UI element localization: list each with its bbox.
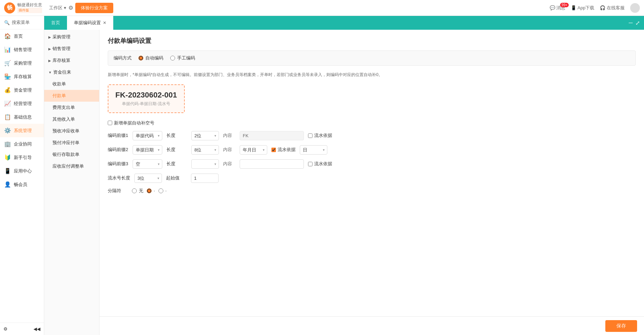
collapsed-arrow-icon: ▶ bbox=[48, 47, 51, 51]
save-bar: 保存 bbox=[99, 316, 644, 335]
operation-icon: 📈 bbox=[4, 100, 11, 107]
separator-dot-option[interactable]: · bbox=[147, 188, 155, 193]
length-1-label: 长度 bbox=[166, 132, 187, 139]
sub-menu-item-adjustment[interactable]: 应收应付调整单 bbox=[44, 160, 99, 172]
content-area: ▶ 采购管理 ▶ 销售管理 ▶ 库存核算 bbox=[44, 30, 644, 335]
sidebar-item-home[interactable]: 🏠 首页 bbox=[0, 29, 44, 43]
save-button[interactable]: 保存 bbox=[605, 320, 637, 332]
length-2-select[interactable]: 2位 4位 8位 bbox=[191, 145, 219, 155]
start-value-label: 起始值 bbox=[166, 175, 187, 181]
sidebar-item-operation[interactable]: 📈 经营管理 bbox=[0, 97, 44, 110]
code-preview-value: FK-20230602-001 bbox=[115, 91, 177, 100]
settings-icon[interactable]: ⚙ bbox=[68, 4, 73, 11]
minimize-icon[interactable]: ─ bbox=[629, 20, 633, 26]
sub-menu-item-other-income[interactable]: 其他收入单 bbox=[44, 113, 99, 125]
prefix-2-select[interactable]: 单据代码 单据日期 空 bbox=[133, 145, 162, 155]
waterflow-2-checkbox[interactable]: 流水依据 bbox=[271, 147, 296, 153]
prefix-3-select-wrapper: 单据代码 单据日期 空 bbox=[133, 159, 162, 169]
sub-menu-group-inventory: ▶ 库存核算 bbox=[44, 55, 99, 66]
avatar[interactable] bbox=[630, 3, 640, 13]
logo-tag: 插件版 bbox=[17, 8, 42, 13]
sub-menu-header-inventory[interactable]: ▶ 库存核算 bbox=[44, 55, 99, 66]
sidebar: 🔍 搜索菜单 🏠 首页 📊 销售管理 🛒 采购管理 🏪 库存核算 💰 bbox=[0, 16, 44, 335]
prefix-2-select-wrapper: 单据代码 单据日期 空 bbox=[133, 145, 162, 155]
code-preview-label: 单据代码-单据日期-流水号 bbox=[115, 101, 177, 107]
maximize-icon[interactable]: ⤢ bbox=[635, 20, 640, 26]
sidebar-item-finance[interactable]: 💰 资金管理 bbox=[0, 83, 44, 97]
sub-menu-item-expense[interactable]: 费用支出单 bbox=[44, 102, 99, 113]
prefix-3-select[interactable]: 单据代码 单据日期 空 bbox=[133, 159, 162, 169]
trial-button[interactable]: 体验行业方案 bbox=[75, 3, 113, 13]
search-menu-button[interactable]: 🔍 搜索菜单 bbox=[0, 16, 44, 29]
waterflow-period-select[interactable]: 日 月 年 bbox=[300, 145, 327, 155]
logo-icon: 畅 bbox=[4, 2, 15, 13]
prefix-1-select-wrapper: 单据代码 单据日期 空 bbox=[133, 131, 162, 140]
sub-menu-header-sales[interactable]: ▶ 销售管理 bbox=[44, 43, 99, 55]
sidebar-item-apps[interactable]: 📱 应用中心 bbox=[0, 164, 44, 178]
top-header: 畅 畅捷通好生意 插件版 工作区 ▾ ⚙ 体验行业方案 💬 消息 99+ 📱 A… bbox=[0, 0, 644, 16]
prefix-3-label: 编码前缀3 bbox=[108, 161, 128, 167]
auto-fill-checkbox[interactable]: 新增单据自动补空号 bbox=[108, 120, 154, 126]
inventory-icon: 🏪 bbox=[4, 73, 11, 80]
sidebar-item-basic[interactable]: 📋 基础信息 bbox=[0, 110, 44, 124]
length-1-select[interactable]: 2位 4位 8位 bbox=[191, 131, 219, 140]
sidebar-item-member[interactable]: 👤 畅会员 bbox=[0, 178, 44, 191]
sidebar-item-enterprise[interactable]: 🏢 企业协同 bbox=[0, 137, 44, 151]
sub-menu-group-capital: ▼ 资金往来 收款单 付款单 费用支出单 其他收入单 预收冲应收单 预付冲应付单… bbox=[44, 66, 99, 172]
tab-home[interactable]: 首页 bbox=[44, 16, 67, 30]
prefix-1-select[interactable]: 单据代码 单据日期 空 bbox=[133, 131, 162, 140]
page-title: 付款单编码设置 bbox=[108, 37, 636, 45]
purchase-icon: 🛒 bbox=[4, 60, 11, 66]
sub-menu-group-purchase: ▶ 采购管理 bbox=[44, 31, 99, 43]
separator-none-option[interactable]: 无 bbox=[132, 188, 143, 194]
content-3-label: 内容 bbox=[223, 161, 236, 167]
sub-menu-header-purchase[interactable]: ▶ 采购管理 bbox=[44, 31, 99, 43]
workspace-dropdown[interactable]: 工作区 ▾ bbox=[49, 5, 66, 11]
serial-length-select[interactable]: 2位 3位 4位 bbox=[134, 174, 162, 183]
sub-menu-item-receipt[interactable]: 收款单 bbox=[44, 78, 99, 90]
encode-method-label: 编码方式 bbox=[114, 55, 132, 61]
auto-encode-option[interactable]: 自动编码 bbox=[138, 55, 163, 61]
tab-bar: 首页 单据编码设置 ✕ ─ ⤢ bbox=[44, 16, 644, 30]
start-value-input[interactable] bbox=[191, 174, 219, 183]
encode-method-section: 编码方式 自动编码 手工编码 bbox=[108, 50, 636, 66]
home-icon: 🏠 bbox=[4, 33, 11, 39]
sub-menu-header-capital[interactable]: ▼ 资金往来 bbox=[44, 66, 99, 78]
manual-encode-option[interactable]: 手工编码 bbox=[170, 55, 195, 61]
content-3-input[interactable] bbox=[240, 159, 304, 169]
length-1-select-wrapper: 2位 4位 8位 bbox=[191, 131, 219, 140]
length-3-label: 长度 bbox=[166, 161, 187, 167]
content-2-select[interactable]: 年 年月 年月日 bbox=[240, 145, 267, 155]
sidebar-item-inventory[interactable]: 🏪 库存核算 bbox=[0, 70, 44, 83]
prefix-row-1: 编码前缀1 单据代码 单据日期 空 长度 2位 bbox=[108, 131, 636, 140]
online-service-button[interactable]: 🎧 在线客服 bbox=[600, 5, 625, 11]
header-right: 💬 消息 99+ 📱 App下载 🎧 在线客服 bbox=[550, 3, 640, 13]
waterflow-1-checkbox[interactable]: 流水依据 bbox=[308, 132, 332, 139]
app-download-button[interactable]: 📱 App下载 bbox=[571, 5, 594, 11]
waterflow-period-select-wrapper: 日 月 年 bbox=[300, 145, 327, 155]
sidebar-menu: 🏠 首页 📊 销售管理 🛒 采购管理 🏪 库存核算 💰 资金管理 📈 经 bbox=[0, 29, 44, 323]
tab-encode-settings[interactable]: 单据编码设置 ✕ bbox=[67, 16, 113, 30]
length-2-select-wrapper: 2位 4位 8位 bbox=[191, 145, 219, 155]
sidebar-item-purchase[interactable]: 🛒 采购管理 bbox=[0, 56, 44, 70]
sub-menu-item-advance-offset[interactable]: 预付冲应付单 bbox=[44, 137, 99, 149]
waterflow-3-checkbox[interactable]: 流水依据 bbox=[308, 161, 332, 167]
sidebar-item-system[interactable]: ⚙️ 系统管理 bbox=[0, 124, 44, 137]
sidebar-item-sales[interactable]: 📊 销售管理 bbox=[0, 43, 44, 56]
chevron-down-icon: ▾ bbox=[64, 5, 66, 10]
separator-row: 分隔符 无 · · bbox=[108, 188, 636, 194]
tab-bar-actions: ─ ⤢ bbox=[629, 20, 644, 26]
sub-menu-item-payment[interactable]: 付款单 bbox=[44, 90, 99, 102]
message-button[interactable]: 💬 消息 99+ bbox=[550, 5, 566, 11]
separator-dot2-option[interactable]: · bbox=[158, 188, 167, 193]
collapsed-arrow-icon: ▶ bbox=[48, 59, 51, 63]
sidebar-item-guide[interactable]: 🔰 新手引导 bbox=[0, 151, 44, 164]
collapse-icon[interactable]: ◀◀ bbox=[33, 326, 40, 332]
sub-menu-item-prepay-offset[interactable]: 预收冲应收单 bbox=[44, 125, 99, 137]
sub-menu-item-bank[interactable]: 银行存取款单 bbox=[44, 149, 99, 160]
length-3-select[interactable] bbox=[191, 159, 219, 169]
settings-bottom-icon[interactable]: ⚙ bbox=[3, 326, 8, 332]
tab-close-icon[interactable]: ✕ bbox=[103, 20, 106, 25]
system-icon: ⚙️ bbox=[4, 127, 11, 134]
length-2-label: 长度 bbox=[166, 147, 187, 153]
